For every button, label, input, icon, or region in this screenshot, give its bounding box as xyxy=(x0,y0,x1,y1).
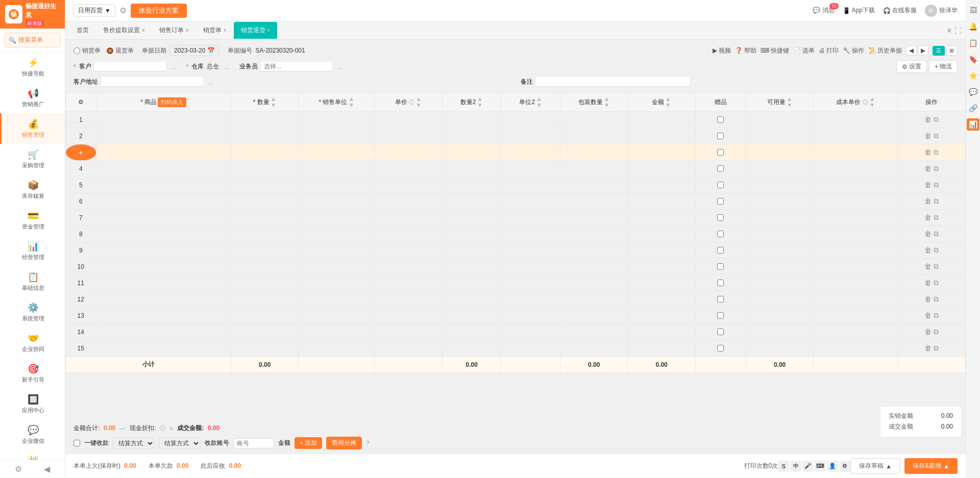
unit-cell-1[interactable] xyxy=(299,112,375,128)
qty-cell-3[interactable] xyxy=(231,144,299,161)
sidebar-item-member[interactable]: 👑 畅会员 xyxy=(0,450,65,460)
right-panel-list-icon[interactable]: 📋 xyxy=(967,37,979,49)
copy-row-5-btn[interactable]: ⧉ xyxy=(934,181,939,189)
right-panel-active-icon[interactable]: 📊 xyxy=(967,118,979,131)
experience-btn[interactable]: 体验行业方案 xyxy=(131,4,187,18)
sidebar-item-finance[interactable]: 💳 资金管理 xyxy=(0,205,65,236)
amount-cell-3[interactable] xyxy=(628,144,695,161)
table-settings-icon[interactable]: ⚙ xyxy=(78,98,84,106)
price-cell-2[interactable] xyxy=(375,128,442,144)
copy-row-12-btn[interactable]: ⧉ xyxy=(934,295,939,303)
gift-check-2[interactable] xyxy=(717,133,724,139)
print-btn[interactable]: 🖨 打印 xyxy=(819,46,839,55)
gift-check-1[interactable] xyxy=(717,116,724,123)
tab-close-sales-delivery[interactable]: × xyxy=(224,28,227,33)
prev-record-btn[interactable]: ◀ xyxy=(906,45,917,56)
delete-row-2-btn[interactable]: 🗑 xyxy=(924,132,932,140)
gift-check-12[interactable] xyxy=(717,296,724,303)
gift-check-5[interactable] xyxy=(717,182,724,188)
settings-side-btn[interactable]: ⚙ 设置 xyxy=(896,60,927,73)
product-cell-1[interactable] xyxy=(96,112,231,128)
logistics-side-btn[interactable]: + 物流 xyxy=(929,60,958,73)
ime-mic-icon[interactable]: 🎤 xyxy=(802,461,814,472)
delete-row-15-btn[interactable]: 🗑 xyxy=(924,344,932,352)
expense-split-btn[interactable]: 费用分摊 xyxy=(326,437,362,449)
search-menu-btn[interactable]: 🔍 搜索菜单 xyxy=(4,33,61,47)
delete-row-10-btn[interactable]: 🗑 xyxy=(924,262,932,270)
gift-check-9[interactable] xyxy=(717,247,724,254)
radio-delivery[interactable] xyxy=(74,47,80,54)
radio-return[interactable] xyxy=(107,47,113,54)
unit2-cell-1[interactable] xyxy=(501,112,560,128)
product-input-3[interactable] xyxy=(101,149,227,156)
unit2-cell-2[interactable] xyxy=(501,128,560,144)
sidebar-item-enterprise[interactable]: 🤝 企业协同 xyxy=(0,328,65,358)
available-sort[interactable]: ▲▼ xyxy=(787,96,793,108)
tab-sales-return[interactable]: 销货退货 × xyxy=(234,22,278,39)
unit-cell-3[interactable] xyxy=(299,144,375,161)
qty2-sort[interactable]: ▲▼ xyxy=(477,96,483,108)
settle-method-select[interactable]: 结算方式 xyxy=(113,438,155,449)
tab-sales-delivery[interactable]: 销货单 × xyxy=(196,22,234,39)
footer-help-icon[interactable]: ? xyxy=(366,440,370,447)
sidebar-item-inventory[interactable]: 📦 库存核算 xyxy=(0,174,65,205)
cost-sort[interactable]: ▲▼ xyxy=(869,96,875,108)
gift-check-3[interactable] xyxy=(717,149,724,156)
online-service-btn[interactable]: 🎧 在线客服 xyxy=(883,6,917,15)
scan-input-btn[interactable]: 扫码录入 xyxy=(158,97,186,107)
copy-row-8-btn[interactable]: ⧉ xyxy=(934,230,939,238)
copy-row-2-btn[interactable]: ⧉ xyxy=(934,132,939,140)
delete-row-8-btn[interactable]: 🗑 xyxy=(924,230,932,238)
radio-return-label[interactable]: 退货单 xyxy=(107,46,134,55)
price-cell-3[interactable] xyxy=(375,144,442,161)
topbar-gear-icon[interactable]: ⚙ xyxy=(119,6,127,15)
grid-view-btn[interactable]: ⊞ xyxy=(946,46,958,56)
date-input[interactable]: 2023-03-20 📅 xyxy=(169,45,219,56)
address-input[interactable] xyxy=(101,77,203,87)
salesperson-input[interactable] xyxy=(261,62,332,71)
product-cell-3[interactable] xyxy=(96,144,231,161)
sidebar-item-guide[interactable]: 🎯 新手引导 xyxy=(0,358,65,389)
warehouse-select-btn[interactable]: ... xyxy=(224,63,229,70)
app-download-btn[interactable]: 📱 App下载 xyxy=(843,6,875,15)
price-cell-1[interactable] xyxy=(375,112,442,128)
amount-cell-2[interactable] xyxy=(628,128,695,144)
th-settings[interactable]: ⚙ xyxy=(66,93,96,112)
right-panel-star-icon[interactable]: ⭐ xyxy=(967,69,979,82)
gift-check-10[interactable] xyxy=(717,263,724,270)
shortcut-btn[interactable]: ⌨ 快捷键 xyxy=(761,46,789,55)
history-btn[interactable]: 📜 历史单据 xyxy=(868,46,902,55)
delete-row-12-btn[interactable]: 🗑 xyxy=(924,295,932,303)
sidebar-item-wechat[interactable]: 💬 企业微信 xyxy=(0,419,65,450)
unit-cell-2[interactable] xyxy=(299,128,375,144)
copy-row-13-btn[interactable]: ⧉ xyxy=(934,311,939,319)
delete-row-6-btn[interactable]: 🗑 xyxy=(924,197,932,205)
select-order-btn[interactable]: 📄 选单 xyxy=(793,46,815,55)
price-sort[interactable]: ▲▼ xyxy=(415,96,422,108)
qty2-cell-3[interactable] xyxy=(442,144,501,161)
amount-cell-1[interactable] xyxy=(628,112,695,128)
save-new-btn[interactable]: 保存&新增 ▲ xyxy=(904,458,958,474)
copy-row-3-btn[interactable]: ⧉ xyxy=(934,148,939,156)
industry-select[interactable]: 日用百货 ▼ xyxy=(74,4,115,17)
delete-row-4-btn[interactable]: 🗑 xyxy=(924,164,932,172)
sidebar-item-quick-nav[interactable]: ⚡ 快捷导航 xyxy=(0,52,65,83)
pack-cell-2[interactable] xyxy=(560,128,628,144)
qty-cell-1[interactable] xyxy=(231,112,299,128)
copy-row-15-btn[interactable]: ⧉ xyxy=(934,344,939,352)
amount-sort[interactable]: ▲▼ xyxy=(665,96,671,108)
tab-close-sales-order[interactable]: × xyxy=(186,28,189,33)
gift-check-14[interactable] xyxy=(717,329,724,335)
address-select-btn[interactable]: ... xyxy=(208,79,213,86)
sidebar-item-operations[interactable]: 📊 经营管理 xyxy=(0,236,65,266)
tab-close-sales-return[interactable]: × xyxy=(267,28,271,33)
delete-row-13-btn[interactable]: 🗑 xyxy=(924,311,932,319)
tab-home[interactable]: 首页 xyxy=(69,22,96,39)
right-panel-link-icon[interactable]: 🔗 xyxy=(967,102,979,114)
sidebar-item-apps[interactable]: 🔲 应用中心 xyxy=(0,389,65,419)
tab-expand-btn[interactable]: ⛶ xyxy=(954,27,962,35)
help-btn[interactable]: ❓ 帮助 xyxy=(735,46,756,55)
delete-row-14-btn[interactable]: 🗑 xyxy=(924,328,932,336)
unit2-sort[interactable]: ▲▼ xyxy=(536,96,542,108)
account-input[interactable] xyxy=(233,438,274,448)
